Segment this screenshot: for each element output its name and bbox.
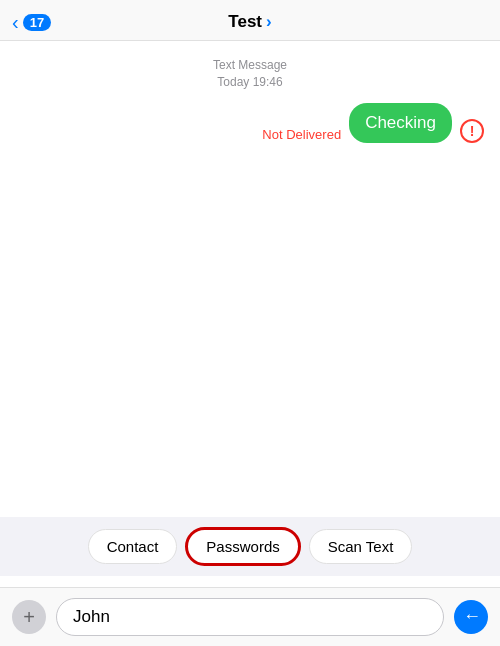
message-row: Not Delivered Checking ! (16, 103, 484, 143)
conversation-title[interactable]: Test › (228, 12, 271, 32)
add-button[interactable]: + (12, 600, 46, 634)
timestamp-label: Text Message Today 19:46 (16, 57, 484, 91)
back-badge: 17 (23, 14, 51, 31)
message-input[interactable] (56, 598, 444, 636)
add-icon: + (23, 606, 35, 629)
contact-name: Test (228, 12, 262, 32)
input-bar: + ↑ (0, 587, 500, 646)
error-icon[interactable]: ! (460, 119, 484, 143)
header: ‹ 17 Test › (0, 0, 500, 41)
back-button[interactable]: ‹ 17 (12, 11, 51, 34)
message-bubble: Checking (349, 103, 452, 143)
delivery-status: Not Delivered (262, 125, 341, 143)
send-button[interactable]: ↑ (454, 600, 488, 634)
contact-suggestion-button[interactable]: Contact (88, 529, 178, 564)
timestamp-text: Text Message Today 19:46 (213, 58, 287, 89)
send-icon: ↑ (461, 612, 482, 621)
title-chevron-icon: › (266, 12, 272, 32)
passwords-suggestion-button[interactable]: Passwords (185, 527, 300, 566)
suggestions-bar: Contact Passwords Scan Text (0, 517, 500, 576)
bubble-text: Checking (365, 113, 436, 132)
back-chevron-icon: ‹ (12, 11, 19, 34)
scan-text-suggestion-button[interactable]: Scan Text (309, 529, 413, 564)
messages-area: Text Message Today 19:46 Not Delivered C… (0, 41, 500, 497)
not-delivered-label: Not Delivered (262, 127, 341, 142)
